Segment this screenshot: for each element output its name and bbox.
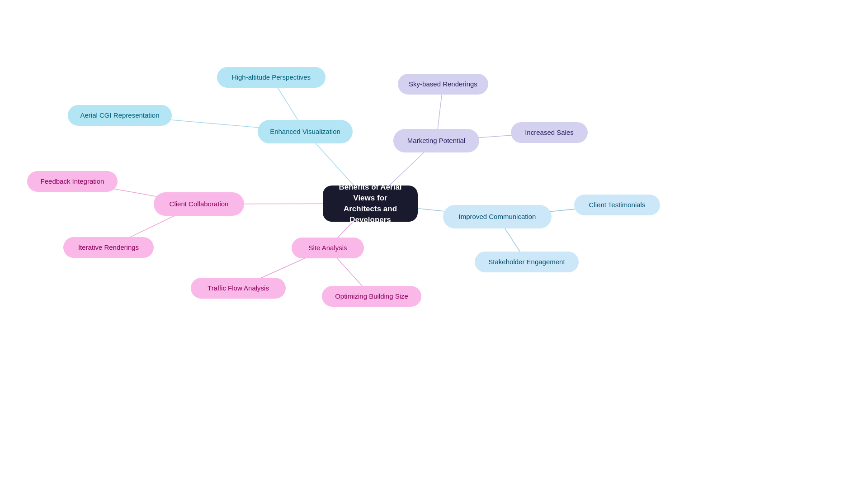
feedback-integration-node[interactable]: Feedback Integration bbox=[27, 171, 118, 192]
sky-based-node[interactable]: Sky-based Renderings bbox=[398, 74, 488, 95]
high-altitude-node[interactable]: High-altitude Perspectives bbox=[217, 67, 326, 88]
center-node[interactable]: Benefits of Aerial Views for Architects … bbox=[323, 186, 418, 222]
optimizing-building-node[interactable]: Optimizing Building Size bbox=[322, 286, 421, 307]
client-testimonials-node[interactable]: Client Testimonials bbox=[574, 195, 660, 215]
stakeholder-engagement-node[interactable]: Stakeholder Engagement bbox=[475, 252, 579, 272]
aerial-cgi-node[interactable]: Aerial CGI Representation bbox=[68, 105, 172, 126]
marketing-potential-node[interactable]: Marketing Potential bbox=[393, 129, 479, 152]
increased-sales-node[interactable]: Increased Sales bbox=[511, 122, 588, 143]
iterative-renderings-node[interactable]: Iterative Renderings bbox=[63, 237, 154, 258]
site-analysis-node[interactable]: Site Analysis bbox=[292, 238, 364, 258]
enhanced-visualization-node[interactable]: Enhanced Visualization bbox=[258, 120, 353, 143]
traffic-flow-node[interactable]: Traffic Flow Analysis bbox=[191, 278, 286, 299]
client-collaboration-node[interactable]: Client Collaboration bbox=[154, 192, 244, 216]
improved-communication-node[interactable]: Improved Communication bbox=[443, 205, 552, 228]
